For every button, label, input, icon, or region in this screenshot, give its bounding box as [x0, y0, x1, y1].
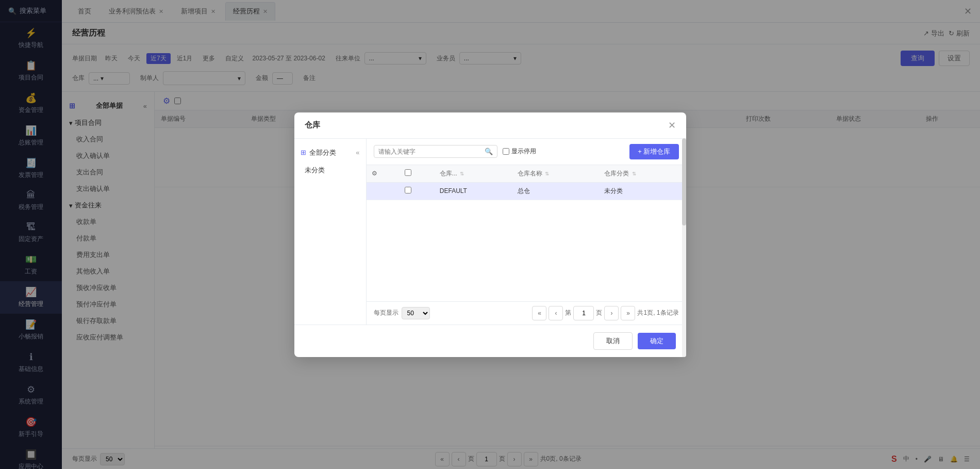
collapse-modal-icon[interactable]: «: [356, 149, 359, 156]
modal-first-page[interactable]: «: [532, 306, 546, 320]
row-category: 未分类: [599, 182, 686, 200]
left-scrollbar: [682, 138, 686, 357]
modal-per-page: 每页显示 50 100: [374, 307, 430, 319]
sort-icon-category: ⇅: [632, 171, 636, 176]
modal-actions: 取消 确定: [294, 325, 686, 357]
modal-left-uncategorized[interactable]: 未分类: [294, 161, 366, 179]
sort-icon-name: ⇅: [545, 171, 549, 176]
modal-table: ⚙ 仓库... ⇅ 仓库名称 ⇅: [367, 165, 686, 200]
search-icon-modal: 🔍: [485, 148, 493, 155]
row-code: DEFAULT: [435, 182, 512, 200]
modal-header: 仓库 ✕: [294, 112, 686, 139]
modal-col-category[interactable]: 仓库分类 ⇅: [599, 165, 686, 183]
modal-col-checkbox: [400, 165, 435, 183]
scrollbar-thumb: [682, 138, 686, 226]
warehouse-modal: 仓库 ✕ ⊞ 全部分类 « 未分类 🔍: [294, 112, 686, 357]
show-disabled-label[interactable]: 显示停用: [503, 147, 536, 156]
modal-footer-bar: 每页显示 50 100 « ‹ 第 页 › » 共1页, 1条记录: [367, 301, 686, 325]
show-disabled-checkbox[interactable]: [503, 148, 509, 155]
modal-col-settings: ⚙: [367, 165, 400, 183]
modal-right-panel: 🔍 显示停用 + 新增仓库 ⚙: [367, 139, 686, 325]
modal-col-name[interactable]: 仓库名称 ⇅: [512, 165, 599, 183]
settings-col-icon: ⚙: [372, 170, 377, 177]
row-name: 总仓: [512, 182, 599, 200]
modal-toolbar: 🔍 显示停用 + 新增仓库: [367, 139, 686, 165]
grid-icon-modal: ⊞: [301, 149, 306, 156]
all-category-header[interactable]: ⊞ 全部分类 «: [294, 144, 366, 161]
modal-per-page-select[interactable]: 50 100: [402, 307, 430, 319]
modal-select-all[interactable]: [405, 169, 411, 176]
modal-last-page[interactable]: »: [621, 306, 635, 320]
row-select-checkbox[interactable]: [405, 187, 411, 193]
modal-search-input[interactable]: [378, 148, 481, 155]
modal-left-panel: ⊞ 全部分类 « 未分类: [294, 139, 367, 325]
modal-close-button[interactable]: ✕: [668, 120, 676, 131]
row-settings: [367, 182, 400, 200]
modal-col-code[interactable]: 仓库... ⇅: [435, 165, 512, 183]
add-warehouse-button[interactable]: + 新增仓库: [629, 144, 678, 159]
modal-next-page[interactable]: ›: [604, 306, 619, 320]
modal-pagination: « ‹ 第 页 › » 共1页, 1条记录: [532, 306, 678, 320]
modal-page-input[interactable]: [573, 306, 594, 320]
modal-table-scroll[interactable]: ⚙ 仓库... ⇅ 仓库名称 ⇅: [367, 165, 686, 301]
modal-title: 仓库: [305, 120, 320, 130]
modal-prev-page[interactable]: ‹: [549, 306, 563, 320]
cancel-button[interactable]: 取消: [593, 332, 633, 350]
row-checkbox: [400, 182, 435, 200]
sort-icon-code: ⇅: [460, 171, 464, 176]
modal-body: ⊞ 全部分类 « 未分类 🔍 显示停用 + 新增仓库: [294, 139, 686, 325]
table-row[interactable]: DEFAULT 总仓 未分类: [367, 182, 686, 200]
confirm-button[interactable]: 确定: [638, 333, 676, 349]
modal-search-box: 🔍: [374, 145, 497, 158]
